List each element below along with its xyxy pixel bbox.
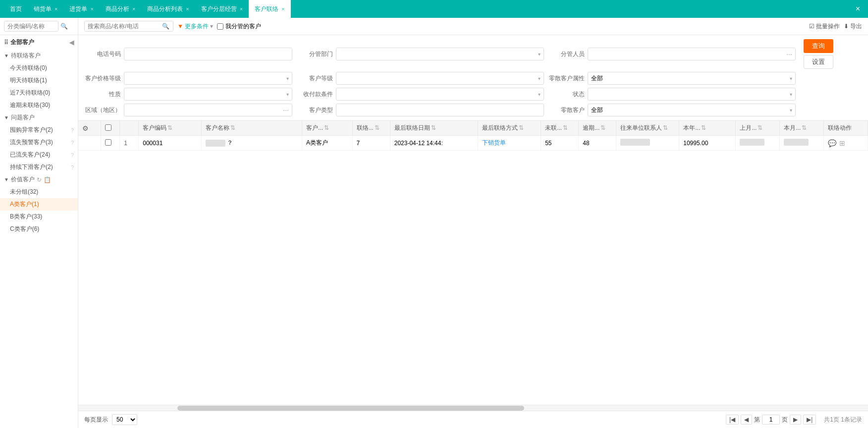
close-product-analysis-icon[interactable]: × bbox=[132, 6, 135, 12]
type-header[interactable]: 客户...⇅ bbox=[302, 121, 352, 136]
price-tier-select[interactable]: ▾ bbox=[124, 72, 292, 85]
settings-button[interactable]: 设置 bbox=[804, 55, 833, 69]
close-purchase-order-icon[interactable]: × bbox=[90, 6, 93, 12]
nav-home[interactable]: 首页 bbox=[4, 0, 28, 18]
prev-page-button[interactable]: ◀ bbox=[741, 415, 752, 425]
payment-arrow: ▾ bbox=[538, 92, 541, 97]
per-page-select[interactable]: 50 100 200 bbox=[112, 414, 137, 425]
all-customers-header[interactable]: ⠿ 全部客户 ◀ bbox=[0, 35, 78, 50]
close-customer-contact-icon[interactable]: × bbox=[281, 6, 284, 12]
sort-date-icon: ⇅ bbox=[431, 124, 436, 131]
retail-attr-select[interactable]: 全部 ▾ bbox=[588, 72, 796, 85]
nav-product-analysis-list[interactable]: 商品分析列表 × bbox=[141, 0, 195, 18]
customer-tier-select[interactable]: ▾ bbox=[336, 72, 544, 85]
group-value-customers[interactable]: ▼ 价值客户 ↻ 📋 bbox=[0, 173, 78, 186]
phone-label: 电话号码 bbox=[84, 50, 124, 58]
close-sales-order-icon[interactable]: × bbox=[54, 6, 57, 12]
scrollbar-thumb[interactable] bbox=[177, 406, 524, 411]
edit-group-icon[interactable]: 📋 bbox=[44, 176, 51, 183]
my-customers-checkbox[interactable]: 我分管的客户 bbox=[217, 22, 261, 31]
sort-thismonth-icon: ⇅ bbox=[802, 124, 807, 131]
sidebar-item-today-pending[interactable]: 今天待联络(0) bbox=[0, 62, 78, 74]
nav-customer-contact[interactable]: 客户联络 × bbox=[249, 0, 290, 18]
my-customers-check[interactable] bbox=[217, 23, 223, 30]
main-search-icon[interactable]: 🔍 bbox=[162, 23, 169, 30]
row-check-cell[interactable] bbox=[101, 136, 120, 151]
window-close-button[interactable]: × bbox=[852, 4, 864, 13]
collapse-sidebar-icon[interactable]: ◀ bbox=[69, 39, 74, 46]
name-header[interactable]: 客户名称⇅ bbox=[202, 121, 302, 136]
next-page-button[interactable]: ▶ bbox=[790, 415, 801, 425]
nav-customer-tier[interactable]: 客户分层经营 × bbox=[195, 0, 249, 18]
query-buttons: 查询 设置 bbox=[804, 39, 833, 69]
sidebar-item-class-a[interactable]: A类客户(1) bbox=[0, 198, 78, 211]
message-icon[interactable]: 💬 bbox=[828, 139, 836, 147]
export-button[interactable]: ⬇ 导出 bbox=[844, 22, 862, 31]
last-contact-method-link[interactable]: 下销货单 bbox=[482, 139, 506, 146]
table-check-header[interactable] bbox=[101, 121, 120, 136]
group-pending-contact[interactable]: ▼ 待联络客户 bbox=[0, 50, 78, 62]
customer-type-select[interactable] bbox=[336, 104, 544, 116]
table-settings-header[interactable]: ⚙ bbox=[78, 121, 101, 136]
qr-icon[interactable]: ⊞ bbox=[839, 139, 845, 147]
first-page-button[interactable]: |◀ bbox=[726, 415, 739, 425]
region-select[interactable]: ··· bbox=[124, 104, 292, 116]
sidebar-item-churned[interactable]: 已流失客户(24) ? bbox=[0, 149, 78, 161]
refresh-icon[interactable]: ↻ bbox=[37, 176, 42, 183]
row-year-amount-cell: 10995.00 bbox=[679, 136, 736, 151]
sidebar-item-7days-pending[interactable]: 近7天待联络(0) bbox=[0, 87, 78, 99]
sidebar-item-class-b[interactable]: B类客户(33) bbox=[0, 211, 78, 223]
last-contact-method-header[interactable]: 最后联络方式⇅ bbox=[478, 121, 541, 136]
last-contact-date-header[interactable]: 最后联络日期⇅ bbox=[390, 121, 478, 136]
close-product-analysis-list-icon[interactable]: × bbox=[186, 6, 189, 12]
query-button[interactable]: 查询 bbox=[804, 39, 833, 53]
horizontal-scrollbar[interactable] bbox=[78, 405, 868, 411]
sidebar-search-input[interactable] bbox=[4, 21, 58, 32]
help-icon-4[interactable]: ? bbox=[71, 164, 74, 170]
group-problem-customers[interactable]: ▼ 问题客户 bbox=[0, 111, 78, 124]
help-icon-2[interactable]: ? bbox=[71, 140, 74, 146]
last-page-button[interactable]: ▶| bbox=[803, 415, 816, 425]
row-overdue-cell: 48 bbox=[579, 136, 616, 151]
close-customer-tier-icon[interactable]: × bbox=[240, 6, 243, 12]
sidebar-item-churn-warning[interactable]: 流失预警客户(3) ? bbox=[0, 136, 78, 149]
sidebar-item-unclassified[interactable]: 未分组(32) bbox=[0, 186, 78, 198]
this-month-header[interactable]: 本月...⇅ bbox=[780, 121, 824, 136]
sidebar-item-declining[interactable]: 持续下滑客户(2) ? bbox=[0, 161, 78, 173]
payment-select[interactable]: ▾ bbox=[336, 88, 544, 101]
year-amount-header[interactable]: 本年...⇅ bbox=[679, 121, 736, 136]
page-input[interactable] bbox=[762, 415, 780, 425]
nav-purchase-order[interactable]: 进货单 × bbox=[63, 0, 99, 18]
main-search-input[interactable] bbox=[88, 23, 162, 30]
row-checkbox[interactable] bbox=[105, 139, 111, 146]
retail-customer-select[interactable]: 全部 ▾ bbox=[588, 104, 796, 116]
more-filters-button[interactable]: ▼ 更多条件 ▾ bbox=[177, 22, 213, 31]
select-all-checkbox[interactable] bbox=[105, 124, 111, 131]
nature-select[interactable]: ▾ bbox=[124, 88, 292, 101]
batch-ops-button[interactable]: ☑ 批量操作 bbox=[809, 22, 840, 31]
manager-select[interactable]: ··· bbox=[588, 48, 796, 60]
help-icon-3[interactable]: ? bbox=[71, 152, 74, 158]
sidebar-item-tomorrow-pending[interactable]: 明天待联络(1) bbox=[0, 74, 78, 87]
code-header[interactable]: 客户编码⇅ bbox=[139, 121, 202, 136]
contact-header[interactable]: 联络...⇅ bbox=[352, 121, 390, 136]
overdue-header[interactable]: 逾期...⇅ bbox=[579, 121, 616, 136]
help-icon[interactable]: ? bbox=[71, 127, 74, 133]
row-num-cell: 1 bbox=[120, 136, 139, 151]
dept-select[interactable]: ▾ bbox=[336, 48, 544, 60]
sidebar-item-overdue-contact[interactable]: 逾期未联络(30) bbox=[0, 99, 78, 111]
gear-icon[interactable]: ⚙ bbox=[82, 124, 89, 132]
row-no-contact-cell: 55 bbox=[541, 136, 579, 151]
no-contact-header[interactable]: 未联...⇅ bbox=[541, 121, 579, 136]
sidebar-item-class-c[interactable]: C类客户(6) bbox=[0, 223, 78, 235]
unit-contact-header[interactable]: 往来单位联系人⇅ bbox=[616, 121, 679, 136]
nav-product-analysis[interactable]: 商品分析 × bbox=[100, 0, 141, 18]
last-month-header[interactable]: 上月...⇅ bbox=[736, 121, 780, 136]
region-label: 区域（地区） bbox=[84, 106, 124, 114]
nav-sales-order[interactable]: 销货单 × bbox=[28, 0, 63, 18]
sidebar-item-hoarding[interactable]: 囤购异常客户(2) ? bbox=[0, 124, 78, 136]
export-icon: ⬇ bbox=[844, 23, 849, 30]
status-select[interactable]: ▾ bbox=[588, 88, 796, 101]
phone-input[interactable] bbox=[124, 48, 292, 60]
sidebar-search-icon[interactable]: 🔍 bbox=[60, 23, 68, 30]
